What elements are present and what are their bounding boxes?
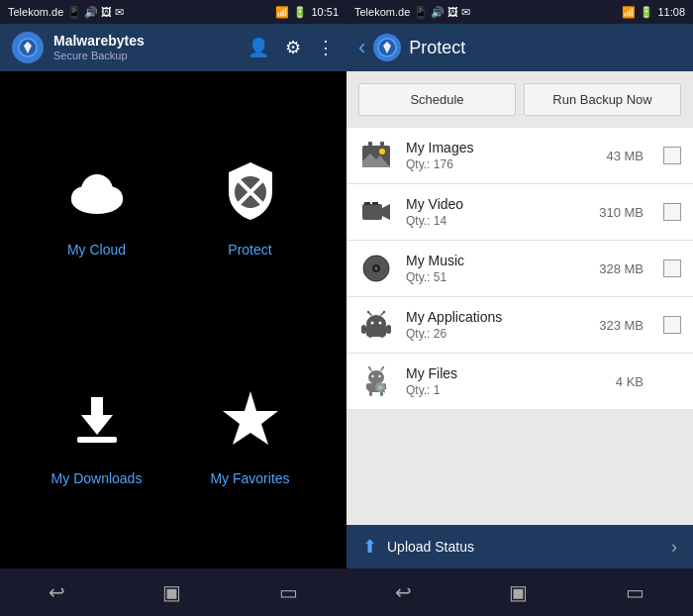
svg-point-26 [379, 322, 382, 325]
applications-size: 323 MB [599, 318, 644, 333]
upload-status-label: Upload Status [387, 539, 474, 555]
video-size: 310 MB [599, 205, 644, 220]
images-checkbox[interactable] [663, 147, 681, 164]
right-wifi-icon: 📶 [622, 6, 636, 19]
right-content: Schedule Run Backup Now My Images [346, 71, 693, 525]
upload-status-bar[interactable]: ⬆ Upload Status › [346, 525, 693, 568]
header-back-arrow[interactable]: ‹ [358, 35, 365, 60]
video-qty: Qty.: 14 [406, 214, 587, 228]
svg-point-42 [382, 366, 384, 368]
svg-rect-44 [366, 383, 370, 390]
carrier-right: Telekom.de [354, 6, 410, 18]
svg-rect-46 [369, 391, 372, 396]
left-panel: Telekom.de 📱 🔊 🖼 ✉ 📶 🔋 10:51 Malwarebyte… [0, 0, 346, 616]
files-icon: 🔍 [358, 363, 394, 399]
header-icons: 👤 ⚙ ⋮ [248, 37, 335, 58]
svg-rect-19 [364, 202, 370, 205]
svg-rect-35 [386, 325, 391, 334]
right-app-header: ‹ Protect [346, 24, 693, 71]
recent-btn-right[interactable]: ▭ [606, 572, 664, 612]
star-icon [215, 383, 286, 459]
files-name: My Files [406, 365, 604, 381]
applications-name: My Applications [406, 309, 587, 325]
images-qty: Qty.: 176 [406, 157, 594, 171]
backup-item-video[interactable]: My Video Qty.: 14 310 MB [346, 184, 693, 241]
grid-item-my-cloud[interactable]: My Cloud [20, 91, 173, 320]
run-backup-button[interactable]: Run Backup Now [524, 83, 681, 116]
backup-item-images[interactable]: My Images Qty.: 176 43 MB [346, 128, 693, 184]
svg-marker-8 [81, 397, 113, 435]
svg-rect-20 [372, 202, 378, 205]
backup-item-music[interactable]: My Music Qty.: 51 328 MB [346, 241, 693, 297]
battery-icon: 🔋 [293, 6, 307, 19]
my-favorites-label: My Favorites [210, 470, 289, 486]
protect-label: Protect [228, 242, 271, 257]
files-info: My Files Qty.: 1 [406, 365, 604, 397]
video-checkbox[interactable] [663, 203, 681, 221]
svg-point-30 [383, 311, 385, 313]
right-status-left: Telekom.de 📱 🔊 🖼 ✉ [354, 6, 470, 19]
svg-point-4 [81, 174, 113, 206]
music-info: My Music Qty.: 51 [406, 253, 587, 284]
svg-text:🔍: 🔍 [377, 384, 386, 393]
svg-point-37 [371, 375, 373, 377]
right-status-right: 📶 🔋 11:08 [622, 6, 685, 19]
upload-chevron-icon: › [671, 537, 677, 558]
grid-item-my-downloads[interactable]: My Downloads [20, 320, 173, 549]
back-btn-left[interactable]: ↩ [29, 572, 85, 612]
files-size: 4 KB [616, 374, 644, 389]
back-btn-right[interactable]: ↩ [375, 572, 432, 612]
main-grid: My Cloud Protect My Downlo [0, 71, 346, 568]
equalizer-icon[interactable]: ⚙ [285, 37, 301, 58]
svg-rect-9 [77, 437, 117, 443]
svg-point-25 [371, 322, 374, 325]
music-icon [358, 251, 394, 286]
schedule-button[interactable]: Schedule [358, 83, 516, 116]
recent-btn-left[interactable]: ▭ [259, 572, 318, 612]
home-btn-right[interactable]: ▣ [489, 572, 547, 612]
video-icon [358, 194, 394, 230]
upload-icon: ⬆ [362, 536, 377, 558]
applications-qty: Qty.: 26 [406, 327, 587, 341]
files-qty: Qty.: 1 [406, 383, 604, 397]
music-checkbox[interactable] [663, 259, 681, 277]
backup-item-files[interactable]: 🔍 My Files Qty.: 1 4 KB [346, 354, 693, 410]
left-app-header: Malwarebytes Secure Backup 👤 ⚙ ⋮ [0, 24, 346, 71]
app-title: Malwarebytes Secure Backup [53, 33, 145, 62]
music-size: 328 MB [599, 261, 644, 276]
svg-point-41 [368, 366, 370, 368]
person-icon[interactable]: 👤 [248, 37, 269, 58]
applications-icon [358, 307, 394, 343]
applications-checkbox[interactable] [663, 316, 681, 334]
svg-point-13 [379, 149, 385, 154]
video-info: My Video Qty.: 14 [406, 196, 587, 228]
shield-icon [215, 154, 286, 230]
cloud-icon [61, 154, 133, 230]
left-bottom-nav: ↩ ▣ ▭ [0, 568, 346, 616]
svg-point-36 [368, 370, 384, 384]
svg-rect-16 [380, 142, 384, 146]
backup-item-applications[interactable]: My Applications Qty.: 26 323 MB [346, 297, 693, 354]
download-icon [61, 383, 133, 459]
left-status-right: 📶 🔋 10:51 [275, 6, 339, 19]
my-cloud-label: My Cloud [67, 242, 126, 257]
grid-item-protect[interactable]: Protect [173, 91, 327, 320]
right-bottom-nav: ↩ ▣ ▭ [346, 568, 693, 616]
video-name: My Video [406, 196, 587, 212]
images-info: My Images Qty.: 176 [406, 140, 594, 171]
svg-rect-17 [362, 204, 382, 220]
home-btn-left[interactable]: ▣ [143, 572, 201, 612]
time-right: 11:08 [657, 6, 685, 18]
grid-item-my-favorites[interactable]: My Favorites [173, 320, 327, 549]
svg-rect-15 [368, 142, 372, 146]
left-status-bar: Telekom.de 📱 🔊 🖼 ✉ 📶 🔋 10:51 [0, 0, 346, 24]
carrier-left: Telekom.de [8, 6, 63, 18]
more-vert-icon[interactable]: ⋮ [317, 37, 335, 58]
right-panel: Telekom.de 📱 🔊 🖼 ✉ 📶 🔋 11:08 ‹ Protect S… [346, 0, 693, 616]
left-status-left: Telekom.de 📱 🔊 🖼 ✉ [8, 6, 124, 19]
music-qty: Qty.: 51 [406, 270, 587, 284]
right-battery-icon: 🔋 [640, 6, 653, 19]
music-name: My Music [406, 253, 587, 268]
svg-rect-34 [361, 325, 366, 334]
images-name: My Images [406, 140, 594, 155]
